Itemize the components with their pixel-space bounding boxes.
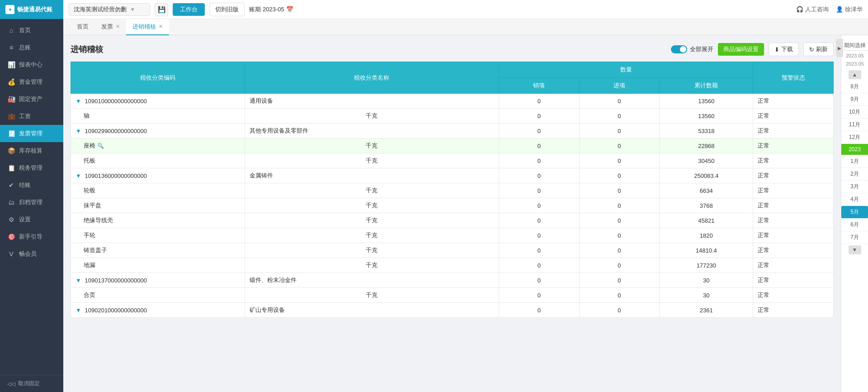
tab-invoice-close[interactable]: ✕	[116, 24, 120, 29]
table-row: 绝缘导线壳 千克 0 0 45821 正常	[71, 213, 834, 228]
period-month-item[interactable]: 2023	[841, 144, 868, 155]
sidebar-item-finance[interactable]: 💰 资金管理	[0, 73, 63, 91]
period-label: 账期	[249, 5, 261, 14]
cell-purchase: 0	[579, 94, 660, 109]
period-month-item[interactable]: 3月	[841, 181, 868, 193]
cell-sales: 0	[499, 213, 580, 228]
period-month-item[interactable]: 12月	[841, 131, 868, 144]
sidebar-item-label: 报表中心	[19, 61, 42, 69]
period-month-item[interactable]: 5月	[841, 206, 868, 219]
th-warning: 预警状态	[753, 62, 834, 94]
cell-sales: 0	[499, 273, 580, 288]
tab-reconcile[interactable]: 进销稽核 ✕	[126, 19, 169, 35]
sidebar-item-reports[interactable]: 📊 报表中心	[0, 56, 63, 73]
search-icon[interactable]: 🔍	[97, 143, 104, 149]
cell-sales: 0	[499, 153, 580, 168]
sidebar-item-ledger[interactable]: ≡ 总账	[0, 39, 63, 56]
download-icon: ⬇	[774, 46, 779, 53]
expand-arrow[interactable]: ▼	[75, 128, 81, 134]
ledger-icon: ≡	[7, 44, 15, 51]
cell-total: 13560	[660, 94, 753, 109]
cell-purchase: 0	[579, 213, 660, 228]
tab-invoice-label: 发票	[101, 23, 113, 31]
period-month-item[interactable]: 11月	[841, 119, 868, 131]
cell-name: 托板	[71, 153, 245, 168]
tab-home-label: 首页	[77, 23, 89, 31]
expand-arrow[interactable]: ▼	[75, 307, 81, 314]
period-month-item[interactable]: 10月	[841, 106, 868, 119]
month-nav-up[interactable]: ▲	[849, 70, 861, 79]
cell-status: 正常	[753, 124, 834, 139]
expand-arrow[interactable]: ▼	[75, 277, 81, 284]
sidebar-item-label: 发票管理	[19, 129, 42, 138]
th-purchase: 进项	[579, 78, 660, 94]
period-month-item[interactable]: 8月	[841, 81, 868, 93]
cell-status: 正常	[753, 228, 834, 243]
tab-reconcile-close[interactable]: ✕	[159, 24, 163, 29]
table-row: 托板 千克 0 0 30450 正常	[71, 153, 834, 168]
save-button[interactable]: 💾	[155, 3, 168, 16]
period-month-item[interactable]: 7月	[841, 231, 868, 244]
cell-name: 座椅 🔍	[71, 139, 245, 153]
period-month-item[interactable]: 2月	[841, 168, 868, 181]
period-month-item[interactable]: 9月	[841, 93, 868, 106]
old-version-button[interactable]: 切到旧版	[209, 3, 245, 16]
cell-purchase: 0	[579, 124, 660, 139]
period-row-1[interactable]: 2023.05	[843, 52, 866, 60]
panel-toggle-button[interactable]: ▶	[836, 39, 843, 57]
user-name: 徐泽华	[845, 5, 863, 14]
sidebar-item-assets[interactable]: 🏭 固定资产	[0, 91, 63, 108]
cell-total: 2361	[660, 303, 753, 318]
user-profile[interactable]: 👤 徐泽华	[836, 5, 863, 14]
expand-toggle[interactable]: 全部展开	[671, 45, 713, 53]
cell-purchase: 0	[579, 168, 660, 183]
sidebar-item-inventory[interactable]: 📦 库存核算	[0, 142, 63, 159]
cell-tax-code: ▼ 1090100000000000000	[71, 94, 245, 109]
sidebar-item-member[interactable]: V 畅会员	[0, 245, 63, 263]
page-actions: 全部展开 商品编码设置 ⬇ 下载 ↻ 刷新	[671, 43, 834, 56]
product-code-button[interactable]: 商品编码设置	[718, 43, 764, 56]
tax-code-value: 1090137000000000000	[85, 277, 147, 284]
expand-arrow[interactable]: ▼	[75, 172, 81, 179]
sidebar-item-guide[interactable]: 🎯 新手引导	[0, 228, 63, 245]
toggle-track[interactable]	[671, 45, 687, 53]
sidebar-item-settings[interactable]: ⚙ 设置	[0, 211, 63, 228]
calendar-icon[interactable]: 📅	[286, 6, 293, 13]
tab-invoice[interactable]: 发票 ✕	[95, 19, 126, 35]
table-row: ▼ 1090201000000000000 矿山专用设备 0 0 2361 正常	[71, 303, 834, 318]
tab-home[interactable]: 首页	[71, 19, 95, 35]
support-item[interactable]: 🎧 人工咨询	[796, 5, 829, 14]
expand-arrow[interactable]: ▼	[75, 98, 81, 105]
workspace-button[interactable]: 工作台	[173, 3, 205, 16]
sidebar-item-tax[interactable]: 📋 税务管理	[0, 159, 63, 177]
sidebar-item-salary[interactable]: 💼 工资	[0, 108, 63, 125]
download-button[interactable]: ⬇ 下载	[769, 43, 799, 56]
period-month-item[interactable]: 4月	[841, 193, 868, 206]
sidebar-item-closing[interactable]: ✔ 结账	[0, 177, 63, 194]
unpin-icon: ◁◁	[7, 381, 15, 387]
cell-status: 正常	[753, 303, 834, 318]
cell-unit: 千克	[245, 109, 499, 124]
th-tax-code: 税收分类编码	[71, 62, 245, 94]
sidebar-item-label: 设置	[19, 215, 31, 224]
cell-total: 30	[660, 273, 753, 288]
sidebar-item-home[interactable]: ⌂ 首页	[0, 22, 63, 39]
refresh-button[interactable]: ↻ 刷新	[803, 43, 834, 56]
cell-status: 正常	[753, 153, 834, 168]
cell-sales: 0	[499, 243, 580, 258]
period-row-2[interactable]: 2023.05	[843, 60, 866, 68]
sidebar-item-archive[interactable]: 🗂 归档管理	[0, 194, 63, 211]
sidebar-item-invoice[interactable]: 🧾 发票管理	[0, 125, 63, 142]
month-nav-down[interactable]: ▼	[849, 245, 861, 254]
cell-total: 30450	[660, 153, 753, 168]
period-month-item[interactable]: 6月	[841, 219, 868, 231]
cell-purchase: 0	[579, 183, 660, 198]
table-row: 轮毂 千克 0 0 6634 正常	[71, 183, 834, 198]
period-month-item[interactable]: 1月	[841, 155, 868, 168]
tax-icon: 📋	[7, 164, 15, 172]
company-selector[interactable]: 沈海英测试经营勿删 ▾	[69, 3, 150, 16]
cell-unit: 千克	[245, 139, 499, 153]
salary-icon: 💼	[7, 113, 15, 120]
sidebar-unpin[interactable]: ◁◁ 取消固定	[0, 375, 63, 392]
tax-code-value: 1090136000000000000	[85, 172, 147, 179]
